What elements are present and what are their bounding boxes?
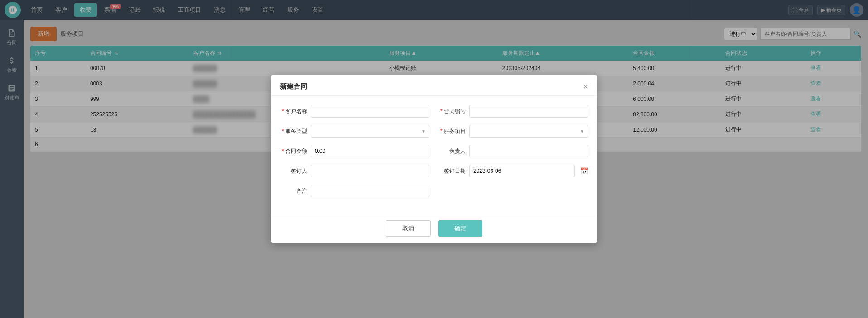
- amount-label: 合同金额: [280, 147, 307, 155]
- service-type-label: 服务类型: [280, 128, 307, 135]
- modal: 新建合同 × 客户名称 合同编号 服务类型: [271, 75, 597, 243]
- modal-overlay: 新建合同 × 客户名称 合同编号 服务类型: [0, 0, 868, 318]
- form-row-4: 签订人 签订日期 📅: [280, 165, 588, 177]
- remark-input[interactable]: [311, 185, 429, 197]
- modal-footer: 取消 确定: [271, 214, 597, 243]
- signer-input[interactable]: [311, 165, 429, 177]
- service-type-select[interactable]: [311, 125, 429, 138]
- calendar-icon[interactable]: 📅: [580, 167, 588, 175]
- service-item-label: 服务项目: [439, 128, 466, 135]
- modal-header: 新建合同 ×: [271, 75, 597, 96]
- form-field-amount: 合同金额: [280, 145, 429, 157]
- form-field-customer: 客户名称: [280, 105, 429, 118]
- amount-input[interactable]: [311, 145, 429, 157]
- form-field-service-item: 服务项目: [439, 125, 588, 138]
- service-type-select-wrapper: [311, 125, 429, 138]
- confirm-button[interactable]: 确定: [438, 220, 482, 237]
- form-row-5: 备注: [280, 185, 588, 197]
- form-row-2: 服务类型 服务项目: [280, 125, 588, 138]
- sign-date-label: 签订日期: [439, 167, 466, 175]
- form-row-3: 合同金额 负责人: [280, 145, 588, 157]
- form-field-contract-no: 合同编号: [439, 105, 588, 118]
- service-item-select-wrapper: [469, 125, 588, 138]
- customer-name-label: 客户名称: [280, 108, 307, 115]
- form-field-remark: 备注: [280, 185, 429, 197]
- customer-name-input[interactable]: [311, 105, 429, 118]
- form-field-signer: 签订人: [280, 165, 429, 177]
- contract-no-label: 合同编号: [439, 108, 466, 115]
- modal-title: 新建合同: [280, 82, 307, 91]
- remark-label: 备注: [280, 187, 307, 195]
- responsible-input[interactable]: [469, 145, 588, 157]
- form-field-service-type: 服务类型: [280, 125, 429, 138]
- form-row-1: 客户名称 合同编号: [280, 105, 588, 118]
- modal-close-button[interactable]: ×: [583, 83, 588, 91]
- signer-label: 签订人: [280, 167, 307, 175]
- sign-date-input[interactable]: [469, 165, 575, 177]
- form-field-responsible: 负责人: [439, 145, 588, 157]
- contract-no-input[interactable]: [469, 105, 588, 118]
- form-field-sign-date: 签订日期 📅: [439, 165, 588, 177]
- service-item-select[interactable]: [469, 125, 588, 138]
- responsible-label: 负责人: [439, 147, 466, 155]
- modal-body: 客户名称 合同编号 服务类型: [271, 96, 597, 214]
- cancel-button[interactable]: 取消: [386, 220, 431, 237]
- close-icon: ×: [583, 82, 588, 91]
